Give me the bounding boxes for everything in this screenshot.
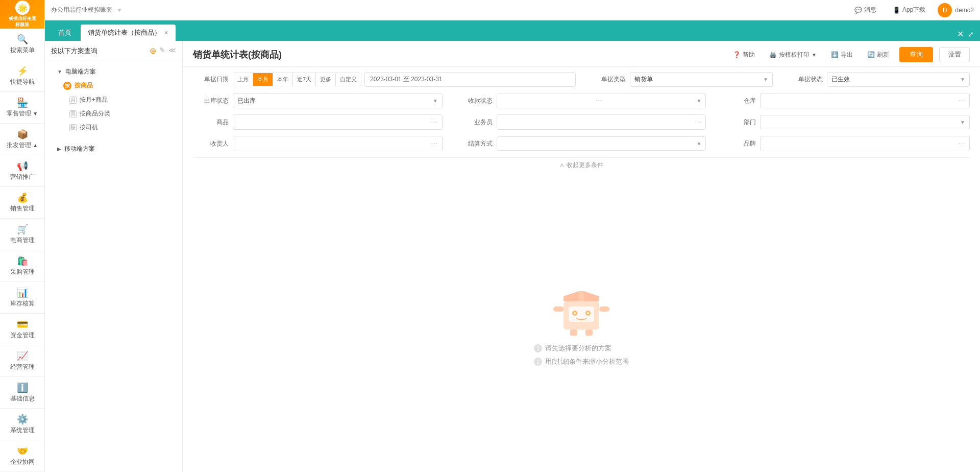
template-print-label: 按模板打印 [779, 51, 810, 59]
date-btn-7days[interactable]: 近7天 [293, 73, 316, 86]
receipt-status-control[interactable]: ··· ▼ [497, 93, 706, 108]
help-icon: ❓ [733, 51, 741, 58]
ecommerce-icon: 🛒 [2, 224, 42, 235]
collapse-bar[interactable]: ∧ 收起更多条件 [193, 157, 970, 173]
sidebar-item-quick-nav[interactable]: ⚡ 快捷导航 [0, 60, 44, 92]
print-icon: 🖨️ [769, 51, 777, 58]
sidebar-item-basic[interactable]: ℹ️ 基础信息 [0, 377, 44, 409]
left-panel-header: 按以下方案查询 ⊕ ✎ ≪ [45, 41, 182, 61]
empty-text: 1 请先选择要分析的方案 2 用[过滤]条件来缩小分析范围 [534, 344, 628, 366]
scheme-group-mobile-label: 移动端方案 [64, 145, 95, 153]
department-control[interactable]: ▼ [760, 115, 970, 129]
sales-icon: 💰 [2, 192, 42, 203]
help-label: 帮助 [743, 51, 755, 59]
date-btn-this-year[interactable]: 本年 [273, 73, 293, 86]
main-area: 办公用品行业模拟账套 ▼ 💬 消息 📱 App下载 D demo2 首页 销货单… [45, 0, 980, 472]
refresh-icon: 🔄 [867, 51, 875, 58]
tab-close-icon[interactable]: ✕ [164, 30, 168, 36]
sidebar-item-ecommerce[interactable]: 🛒 电商管理 [0, 219, 44, 250]
sidebar-item-enterprise[interactable]: 🤝 企业协同 [0, 440, 44, 472]
date-btn-this-month[interactable]: 本月 [253, 73, 273, 86]
date-range-input[interactable]: 2023-03-01 至 2023-03-31 [364, 72, 576, 87]
help-btn[interactable]: ❓ 帮助 [729, 49, 759, 61]
sidebar-item-purchase[interactable]: 🛍️ 采购管理 [0, 250, 44, 282]
department-label: 部门 [720, 118, 756, 127]
settings-button[interactable]: 设置 [939, 47, 970, 62]
svg-point-8 [587, 312, 589, 314]
brand-dots-icon: ··· [959, 139, 965, 148]
basic-icon: ℹ️ [2, 382, 42, 393]
edit-scheme-icon[interactable]: ✎ [159, 46, 165, 56]
sidebar-item-search-menu[interactable]: 🔍 搜索菜单 [0, 29, 44, 60]
step-1-circle: 1 [534, 344, 542, 352]
brand-control[interactable]: ··· [760, 136, 970, 151]
scheme-item-by-product[interactable]: 按 按商品 [45, 78, 182, 93]
template-print-btn[interactable]: 🖨️ 按模板打印 ▼ [765, 49, 821, 61]
doc-status-control[interactable]: 已生效 ▼ [827, 72, 970, 87]
date-label: 单据日期 [193, 75, 229, 84]
sidebar-item-wholesale[interactable]: 📦 批发管理 ▲ [0, 124, 44, 155]
tab-maximize-icon[interactable]: ⤢ [968, 30, 974, 38]
collapse-panel-icon[interactable]: ≪ [168, 46, 176, 56]
date-btn-more[interactable]: 更多 [316, 73, 336, 86]
logo-text: 畅捷信好生意 [9, 16, 36, 21]
svg-marker-1 [564, 291, 579, 301]
date-btn-last-month[interactable]: 上月 [233, 73, 253, 86]
tab-sales-stats[interactable]: 销货单统计表（按商品） ✕ [81, 25, 176, 41]
user-info[interactable]: D demo2 [938, 3, 974, 17]
date-filter-group: 上月 本月 本年 近7天 更多 自定义 2023-03-01 至 2023-03… [233, 72, 576, 87]
warehouse-dropdown-icon: ▼ [433, 98, 438, 104]
scheme-subitem-by-category[interactable]: 回 按商品分类 [45, 107, 182, 121]
filter-row-4: 收货人 ··· 结算方式 ▼ 品牌 ··· [193, 136, 970, 151]
inventory-icon: 📊 [2, 287, 42, 298]
app-download-btn[interactable]: 📱 App下载 [889, 4, 929, 16]
goods-control[interactable]: ··· [233, 114, 443, 130]
page-header: 销货单统计表(按商品) ❓ 帮助 🖨️ 按模板打印 ▼ ⬇️ 导出 [183, 41, 980, 67]
sidebar-item-label: 营销推广 [10, 173, 35, 180]
refresh-btn[interactable]: 🔄 刷新 [863, 49, 893, 61]
salesperson-control[interactable]: ··· [497, 114, 706, 130]
add-scheme-icon[interactable]: ⊕ [150, 46, 156, 56]
sidebar-item-finance[interactable]: 💳 资金管理 [0, 314, 44, 345]
settlement-dropdown-icon: ▼ [696, 141, 701, 147]
sidebar-item-marketing[interactable]: 📢 营销推广 [0, 155, 44, 187]
doc-type-control[interactable]: 销货单 ▼ [630, 72, 773, 87]
app-icon: 📱 [893, 7, 900, 14]
svg-rect-11 [553, 306, 564, 312]
receipt-dropdown-icon: ▼ [696, 98, 701, 104]
scheme-subitem-category-label: 按商品分类 [80, 109, 110, 118]
message-icon: 💬 [854, 7, 862, 14]
scheme-group-mobile-title[interactable]: ▶ 移动端方案 [45, 143, 182, 155]
scheme-subitem-by-month-product[interactable]: 月 按月+商品 [45, 93, 182, 107]
sidebar-item-label: 基础信息 [10, 395, 35, 402]
chevron-down-icon: ▼ [57, 69, 62, 75]
printer-icon: 按 [69, 124, 77, 131]
tab-close-all-icon[interactable]: ✕ [957, 29, 964, 39]
tab-home[interactable]: 首页 [51, 25, 79, 41]
scheme-group-pc: ▼ 电脑端方案 按 按商品 月 按月+商品 回 按商品分类 按 按司机 [45, 61, 182, 138]
svg-rect-12 [599, 306, 609, 312]
warehouse-name-control[interactable]: ··· [760, 93, 970, 108]
sidebar-item-inventory[interactable]: 📊 库存核算 [0, 282, 44, 314]
settlement-control[interactable]: ▼ [497, 136, 706, 151]
message-btn[interactable]: 💬 消息 [850, 4, 880, 16]
avatar: D [938, 3, 952, 17]
scheme-subitem-by-printer[interactable]: 按 按司机 [45, 121, 182, 134]
sidebar-item-retail[interactable]: 🏪 零售管理 ▼ [0, 92, 44, 124]
recipient-dots-icon: ··· [431, 139, 437, 148]
logo-icon: 🌟 [15, 1, 30, 15]
warehouse-control[interactable]: 已出库 ▼ [233, 93, 443, 108]
sidebar-item-system[interactable]: ⚙️ 系统管理 [0, 409, 44, 440]
recipient-control[interactable]: ··· [233, 136, 443, 151]
scheme-group-pc-title[interactable]: ▼ 电脑端方案 [45, 65, 182, 78]
enterprise-icon: 🤝 [2, 445, 42, 457]
recipient-label: 收货人 [193, 139, 229, 148]
query-button[interactable]: 查询 [899, 47, 933, 62]
warehouse-name-label: 仓库 [720, 97, 756, 105]
sidebar-item-operations[interactable]: 📈 经营管理 [0, 345, 44, 377]
active-scheme-icon: 按 [63, 82, 71, 90]
export-btn[interactable]: ⬇️ 导出 [827, 49, 857, 61]
wholesale-icon: 📦 [2, 129, 42, 140]
sidebar-item-sales[interactable]: 💰 销售管理 [0, 187, 44, 219]
date-btn-custom[interactable]: 自定义 [336, 73, 361, 86]
